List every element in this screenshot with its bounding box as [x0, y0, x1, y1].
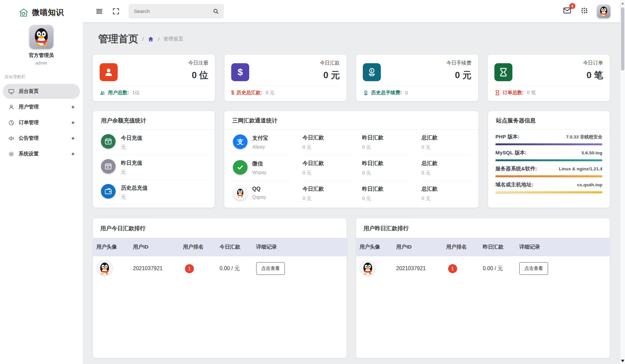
amount-cell: 0.00 / 元 [483, 265, 519, 272]
channel-subname: Qqpay [252, 194, 266, 200]
stat-value: 0 元 [303, 195, 351, 202]
stat-label: 今日汇款 [303, 160, 351, 167]
view-details-button[interactable]: 点击查看 [256, 262, 285, 275]
progress-bar [495, 159, 602, 161]
hourglass-icon [494, 90, 500, 96]
server-info-row: 域名或主机地址: cs.qsdh.top [488, 178, 610, 194]
expand-plus-icon[interactable]: + [71, 119, 75, 126]
breadcrumb-separator: / [142, 36, 144, 42]
server-info-row: 服务器系统&软件: Linux & nginx/1.21.4 [488, 162, 610, 178]
avatar [359, 260, 376, 277]
stat-footer: 用户总数: 1位 [100, 86, 208, 99]
sidebar-item-announcements[interactable]: 公告管理 + [3, 131, 80, 146]
sidebar-item-dashboard[interactable]: 后台首页 [3, 84, 80, 99]
profile-avatar-button[interactable] [597, 5, 610, 18]
page-title: 管理首页 [98, 32, 138, 46]
stat-footer: 历史总手续费: 0 [363, 86, 471, 99]
stat-label: 总汇款 [421, 160, 470, 167]
channel-name: QQ [252, 186, 266, 192]
breadcrumb-current: 管理首页 [163, 36, 183, 42]
scroll-down-arrow[interactable] [621, 360, 624, 362]
sidebar-item-users[interactable]: 用户管理 + [3, 99, 80, 114]
search-icon[interactable] [213, 8, 219, 15]
table-title: 用户今日汇款排行 [93, 218, 346, 238]
sidebar-item-settings[interactable]: 系统设置 + [3, 146, 80, 161]
scroll-up-arrow[interactable] [621, 2, 624, 4]
channel-row-qq: QQ Qqpay 今日汇款0 元 昨日汇款0 元 总汇款0 元 [224, 181, 478, 206]
user-icon [100, 63, 118, 81]
stat-card-registrations: 今日注册 0 位 用户总数: 1位 [93, 55, 215, 101]
sidebar-item-label: 用户管理 [19, 104, 67, 110]
stat-label: 今日汇款 [303, 186, 351, 193]
panels-row: 用户余额充值统计 今日充值 元 昨日充值 元 [93, 111, 610, 208]
main-content: 管理首页 / / 管理首页 今日注册 0 位 [83, 22, 625, 364]
stat-value: 0 笔 [583, 69, 603, 81]
list-item-label: 昨日充值 [121, 160, 142, 167]
server-label: MySQL 版本: [495, 149, 527, 156]
settings-icon [8, 151, 15, 157]
stat-footer-value: 0 笔 [527, 90, 536, 96]
table-row: 2021037921 1 0.00 / 元 点击查看 [356, 256, 610, 281]
server-info-row: MySQL 版本: 5.6.50-log [488, 146, 610, 162]
stat-footer: 订单总数: 0 笔 [494, 86, 603, 99]
server-value: 7.0.33 非线程安全 [566, 134, 602, 140]
sidebar: 微喵知识 官方管理员 admin 后台导航栏 后台首页 用户管理 + 订单管理 … [0, 0, 83, 364]
expand-plus-icon[interactable]: + [71, 135, 75, 142]
search-input[interactable] [133, 8, 213, 14]
list-item-value: 元 [121, 169, 142, 175]
list-item: 历史总充值 元 [101, 180, 207, 205]
mail-button[interactable]: 0 [563, 6, 572, 16]
channels-stats-panel: 三网汇款通道统计 支 支付宝 Alipay 今日汇款0 元 昨日汇款0 元 总汇… [224, 111, 478, 208]
yesterday-ranking-table: 用户昨日汇款排行 用户头像 用户ID 用户排名 昨日汇款 详细记录 202103… [356, 218, 610, 358]
home-icon[interactable] [148, 36, 154, 42]
list-item-label: 历史总充值 [121, 185, 148, 192]
sidebar-item-orders[interactable]: 订单管理 + [3, 115, 80, 130]
server-info-row: PHP 版本: 7.0.33 非线程安全 [488, 130, 610, 146]
fullscreen-button[interactable] [112, 7, 120, 15]
calendar-today-icon [101, 134, 116, 149]
hamburger-menu-button[interactable] [95, 7, 103, 15]
channel-name: 微信 [252, 160, 267, 167]
brand: 微喵知识 [0, 0, 83, 21]
column-header: 详细记录 [519, 244, 610, 251]
table-header: 用户头像 用户ID 用户排名 昨日汇款 详细记录 [356, 238, 610, 256]
stat-value: 0 元 [303, 144, 351, 150]
channel-row-alipay: 支 支付宝 Alipay 今日汇款0 元 昨日汇款0 元 总汇款0 元 [224, 130, 478, 155]
stat-label: 今日汇款 [320, 60, 340, 66]
channel-subname: Alipay [252, 144, 268, 149]
stat-footer-label: 订单总数: [503, 90, 524, 96]
apps-icon [580, 7, 588, 15]
channel-subname: Wxpay [252, 170, 267, 175]
list-item: 今日充值 元 [101, 130, 207, 155]
qq-penguin-avatar-icon [598, 6, 609, 17]
topbar: 0 [83, 0, 625, 22]
apps-button[interactable] [580, 7, 588, 16]
column-header: 用户ID [133, 244, 183, 251]
stat-card-fees: 今日手续费 0 元 历史总手续费: 0 [356, 55, 478, 101]
amount-cell: 0.00 / 元 [220, 265, 256, 272]
stat-value: 0 元 [362, 144, 410, 150]
server-label: 服务器系统&软件: [495, 165, 537, 172]
expand-plus-icon[interactable]: + [71, 151, 75, 157]
breadcrumb: 管理首页 / / 管理首页 [98, 32, 610, 46]
table-title: 用户昨日汇款排行 [356, 218, 610, 238]
rank-badge: 1 [185, 264, 194, 273]
dollar-icon: $ [231, 63, 249, 81]
avatar [29, 25, 53, 49]
scrollbar[interactable] [620, 0, 625, 364]
stat-value: 0 元 [446, 69, 471, 81]
announcement-icon [8, 135, 15, 142]
sidebar-item-label: 系统设置 [19, 151, 67, 157]
scrollbar-thumb[interactable] [621, 7, 624, 71]
dollar-icon: $ [231, 90, 234, 96]
user-icon [8, 104, 15, 110]
column-header: 用户ID [396, 244, 446, 251]
stat-footer-value: 0 元 [266, 90, 275, 96]
progress-bar [495, 191, 602, 193]
expand-plus-icon[interactable]: + [71, 104, 75, 110]
list-item: 昨日充值 元 [101, 155, 207, 180]
breadcrumb-separator: / [158, 36, 159, 42]
channel-name: 支付宝 [252, 135, 268, 142]
view-details-button[interactable]: 点击查看 [519, 262, 548, 275]
stat-value: 0 元 [320, 69, 340, 81]
